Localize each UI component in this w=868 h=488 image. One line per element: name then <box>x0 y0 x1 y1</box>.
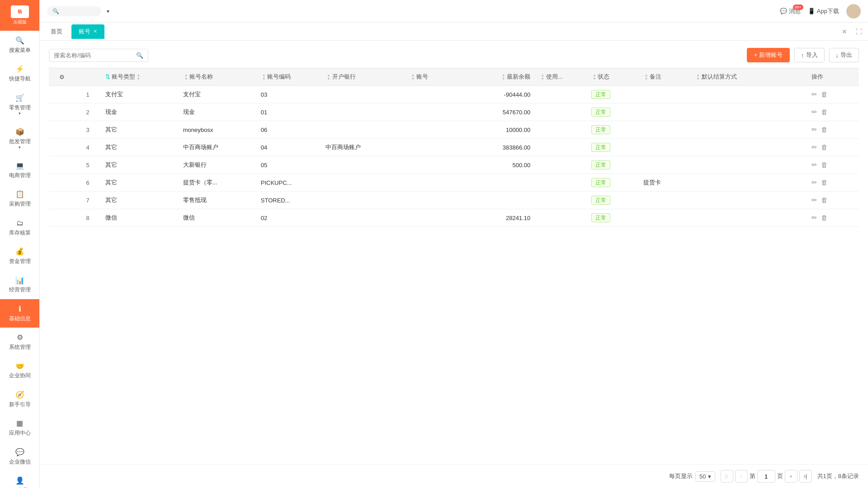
row-use-6 <box>535 174 587 192</box>
row-name-4: 中百商场账户 <box>179 139 256 156</box>
export-icon: ↓ <box>836 52 839 59</box>
search-box[interactable]: 🔍 <box>49 49 148 62</box>
row-default-3 <box>690 121 807 139</box>
inventory-icon: 🗂 <box>16 219 24 228</box>
page-size-dropdown[interactable]: 50 ▾ <box>695 471 715 482</box>
sidebar-item-guide[interactable]: 🧭 新手引导 <box>0 385 39 413</box>
sidebar-item-contract[interactable]: 🤝 企业协同 <box>0 357 39 385</box>
row-code-4: 04 <box>256 139 321 156</box>
sidebar-item-system[interactable]: ⚙ 系统管理 <box>0 328 39 356</box>
row-bank-1 <box>321 86 405 103</box>
sidebar-item-label-basic: 基础信息 <box>9 315 31 323</box>
row-default-5 <box>690 156 807 174</box>
sidebar-item-label-system: 系统管理 <box>9 344 31 351</box>
page-last-btn[interactable]: ›| <box>799 470 812 483</box>
topbar-message[interactable]: 💬 消息 99+ <box>780 7 801 15</box>
sidebar-item-inventory[interactable]: 🗂 库存核算 <box>0 213 39 242</box>
sidebar-item-search[interactable]: 🔍 搜索菜单 <box>0 31 39 59</box>
row-use-7 <box>535 192 587 209</box>
sidebar-item-member[interactable]: 👤 畅会员 <box>0 471 39 488</box>
row-account-1 <box>405 86 457 103</box>
row-gear-3 <box>49 121 75 139</box>
tab-expand[interactable]: ⛶ <box>854 26 864 37</box>
sidebar-item-ecommerce[interactable]: 💻 电商管理 <box>0 156 39 184</box>
row-idx-1: 1 <box>75 86 100 103</box>
row-default-6 <box>690 174 807 192</box>
col-action: 操作 <box>807 68 859 86</box>
delete-btn-6[interactable]: 🗑 <box>821 178 828 187</box>
sidebar-item-basic[interactable]: ℹ 基础信息 <box>0 299 39 328</box>
col-bank[interactable]: ▲▼ 开户银行 <box>321 68 405 86</box>
edit-btn-5[interactable]: ✏ <box>811 161 817 169</box>
topbar-app-download[interactable]: 📱 App下载 <box>808 7 839 15</box>
sidebar-item-quick[interactable]: ⚡ 快捷导航 <box>0 59 39 88</box>
delete-btn-2[interactable]: 🗑 <box>821 108 828 116</box>
sidebar-item-retail[interactable]: 🛒 零售管理 ▾ <box>0 88 39 122</box>
col-default[interactable]: ▲▼ 默认结算方式 <box>690 68 807 86</box>
col-balance[interactable]: ▲▼ 最新余额 <box>457 68 535 86</box>
sidebar-item-wholesale[interactable]: 📦 批发管理 ▾ <box>0 122 39 156</box>
sidebar-item-finance[interactable]: 💰 资金管理 <box>0 242 39 270</box>
row-status-7: 正常 <box>587 192 639 209</box>
toolbar: 🔍 + 新增账号 ↑ 导入 ↓ 导出 <box>40 41 868 68</box>
col-type-sort: ▲▼ <box>137 74 140 81</box>
delete-btn-5[interactable]: 🗑 <box>821 161 828 169</box>
row-code-5: 05 <box>256 156 321 174</box>
edit-btn-4[interactable]: ✏ <box>811 143 817 151</box>
tab-account[interactable]: 账号 ✕ <box>71 24 104 39</box>
avatar[interactable] <box>846 4 861 19</box>
col-idx <box>75 68 100 86</box>
row-default-2 <box>690 103 807 121</box>
row-default-7 <box>690 192 807 209</box>
download-icon: 📱 <box>808 8 815 14</box>
delete-btn-4[interactable]: 🗑 <box>821 143 828 151</box>
topbar-dropdown[interactable]: ▾ <box>107 8 109 14</box>
row-status-2: 正常 <box>587 103 639 121</box>
finance-icon: 💰 <box>15 247 24 257</box>
col-use[interactable]: ▲▼ 使用... <box>535 68 587 86</box>
edit-btn-1[interactable]: ✏ <box>811 90 817 99</box>
col-status[interactable]: ▲▼ 状态 <box>587 68 639 86</box>
new-account-button[interactable]: + 新增账号 <box>747 48 790 62</box>
export-button[interactable]: ↓ 导出 <box>829 48 859 62</box>
col-name[interactable]: ▲▼ 账号名称 <box>179 68 256 86</box>
edit-btn-2[interactable]: ✏ <box>811 108 817 116</box>
edit-btn-3[interactable]: ✏ <box>811 126 817 134</box>
import-button[interactable]: ↑ 导入 <box>794 48 825 62</box>
page-next-btn[interactable]: › <box>785 470 797 483</box>
delete-btn-3[interactable]: 🗑 <box>821 126 828 134</box>
topbar-search[interactable]: 🔍 <box>47 6 101 16</box>
edit-btn-7[interactable]: ✏ <box>811 196 817 204</box>
sidebar-item-business[interactable]: 📊 经营管理 <box>0 271 39 299</box>
row-idx-8: 8 <box>75 209 100 227</box>
page-first-btn[interactable]: |‹ <box>721 470 733 483</box>
row-note-5 <box>639 156 691 174</box>
table-row: 1 支付宝 支付宝 03 -90444.00 正常 ✏ 🗑 <box>49 86 859 103</box>
new-account-label: + 新增账号 <box>754 51 783 59</box>
row-note-7 <box>639 192 691 209</box>
col-note-sort: ▲▼ <box>645 74 648 81</box>
search-input[interactable] <box>54 52 133 59</box>
sidebar-item-wechat[interactable]: 💬 企业微信 <box>0 442 39 471</box>
page-number-input[interactable] <box>757 470 775 483</box>
col-code[interactable]: ▲▼ 账号编码 <box>256 68 321 86</box>
delete-btn-7[interactable]: 🗑 <box>821 196 828 204</box>
edit-btn-6[interactable]: ✏ <box>811 178 817 187</box>
delete-btn-1[interactable]: 🗑 <box>821 90 828 99</box>
sidebar-item-purchase[interactable]: 📋 采购管理 <box>0 184 39 213</box>
col-gear[interactable]: ⚙ <box>49 68 75 86</box>
sidebar-item-apps[interactable]: ▦ 应用中心 <box>0 413 39 442</box>
row-action-3: ✏ 🗑 <box>807 121 859 139</box>
tab-home[interactable]: 首页 <box>43 24 70 39</box>
tab-account-close[interactable]: ✕ <box>93 28 97 34</box>
col-type[interactable]: ⇅ 账号类型▲▼ <box>101 68 179 86</box>
table-row: 8 微信 微信 02 28241.10 正常 ✏ 🗑 <box>49 209 859 227</box>
page-prev-btn[interactable]: ‹ <box>735 470 748 483</box>
main-area: 🔍 ▾ 💬 消息 99+ 📱 App下载 首页 账号 <box>40 0 868 488</box>
table-row: 7 其它 零售抵现 STORED... 正常 ✏ 🗑 <box>49 192 859 209</box>
delete-btn-8[interactable]: 🗑 <box>821 214 828 222</box>
tab-close-all[interactable]: ✕ <box>839 26 850 37</box>
col-note[interactable]: ▲▼ 备注 <box>639 68 691 86</box>
col-account[interactable]: ▲▼ 账号 <box>405 68 457 86</box>
edit-btn-8[interactable]: ✏ <box>811 214 817 222</box>
